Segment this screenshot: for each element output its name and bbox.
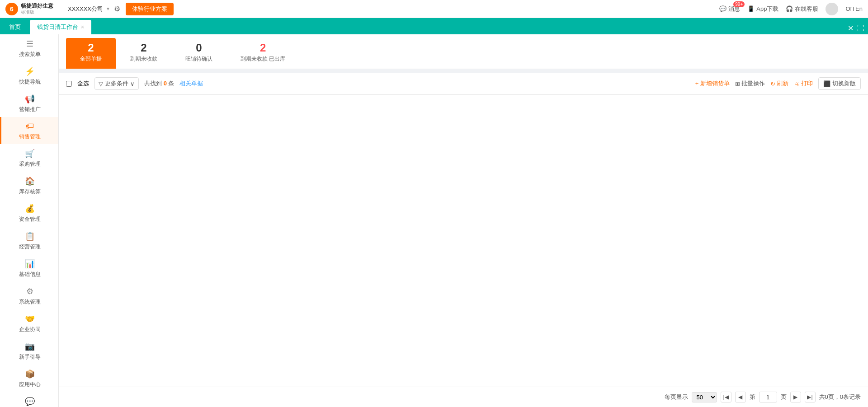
sidebar-item-app-center[interactable]: 📦 应用中心	[0, 365, 58, 392]
message-action[interactable]: 💬 消息 99+	[719, 5, 740, 13]
stat-tab-wangpu[interactable]: 0 旺铺待确认	[172, 38, 226, 69]
sidebar-item-marketing[interactable]: 📢 营销推广	[0, 89, 58, 117]
batch-icon: ⊞	[735, 80, 740, 87]
stat-tab-overdue[interactable]: 2 到期未收款	[117, 38, 171, 69]
next-page-button[interactable]: ▶	[790, 392, 801, 402]
sidebar-item-sales[interactable]: 🏷 销售管理	[0, 117, 58, 144]
tab-home[interactable]: 首页	[2, 20, 28, 34]
stat-tab-unshipped[interactable]: 2 到期未收款 已出库	[227, 38, 299, 69]
window-close-icon[interactable]: ✕	[848, 24, 854, 33]
new-sales-order-button[interactable]: + 新增销货单	[695, 80, 730, 88]
stat-num-wangpu: 0	[196, 42, 202, 54]
select-all-label: 全选	[77, 80, 89, 88]
nav-tabs: 首页 钱货日清工作台 × ✕ ⛶	[0, 18, 868, 34]
headset-icon: 🎧	[786, 5, 793, 12]
filter-arrow-icon: ∨	[130, 80, 135, 87]
guide-icon: 📷	[25, 342, 35, 351]
company-selector[interactable]: XXXXXX公司 ▼	[68, 5, 110, 13]
operations-icon: 📋	[25, 231, 35, 241]
filter-label: 更多条件	[105, 80, 128, 88]
stat-num-all: 2	[88, 42, 94, 54]
trial-button[interactable]: 体验行业方案	[126, 3, 174, 15]
app-download-action[interactable]: 📱 App下载	[747, 5, 778, 13]
tab-close-icon[interactable]: ×	[81, 24, 84, 30]
print-icon: 🖨	[794, 80, 800, 87]
stat-tab-all[interactable]: 2 全部单据	[66, 38, 116, 69]
sidebar-item-basic-info[interactable]: 📊 基础信息	[0, 254, 58, 282]
system-icon: ⚙	[26, 286, 33, 296]
logo-area: 6 畅捷通好生意 标准版	[5, 3, 64, 15]
sidebar-item-guide[interactable]: 📷 新手引导	[0, 337, 58, 365]
related-records-link[interactable]: 相关单据	[179, 80, 203, 88]
company-name: XXXXXX公司	[68, 5, 103, 13]
quick-nav-icon: ⚡	[25, 66, 35, 76]
logo-icon: 6	[5, 3, 18, 15]
stats-tabs: 2 全部单据 2 到期未收款 0 旺铺待确认 2 到期未收款 已出库	[59, 34, 868, 69]
total-info: 共0页，0条记录	[819, 393, 861, 401]
tab-active[interactable]: 钱货日清工作台 ×	[30, 20, 91, 34]
filter-button[interactable]: ▽ 更多条件 ∨	[94, 77, 139, 90]
page-unit: 页	[781, 393, 787, 401]
chevron-down-icon: ▼	[106, 6, 110, 11]
sidebar-item-wechat[interactable]: 💬 企业微信	[0, 392, 58, 407]
found-count: 0	[164, 80, 167, 87]
select-all-checkbox[interactable]	[66, 81, 72, 87]
stat-num-unshipped: 2	[260, 42, 266, 54]
app-download-label: App下载	[756, 5, 778, 13]
purchase-icon: 🛒	[25, 149, 35, 159]
stat-label-wangpu: 旺铺待确认	[185, 55, 212, 63]
nav-right-actions: ✕ ⛶	[848, 24, 868, 34]
header-right: 💬 消息 99+ 📱 App下载 🎧 在线客服 OfTEn	[719, 3, 863, 15]
page-number-input[interactable]	[759, 392, 777, 402]
switch-version-button[interactable]: ⬛ 切换新版	[818, 77, 861, 90]
sidebar-item-cooperation[interactable]: 🤝 企业协同	[0, 309, 58, 337]
basic-info-icon: 📊	[25, 259, 35, 269]
stat-label-overdue: 到期未收款	[130, 55, 157, 63]
app-name: 畅捷通好生意	[21, 3, 53, 9]
switch-icon: ⬛	[823, 80, 830, 87]
sidebar-item-operations[interactable]: 📋 经营管理	[0, 227, 58, 254]
sidebar-item-purchase[interactable]: 🛒 采购管理	[0, 144, 58, 172]
sidebar-item-quick-nav[interactable]: ⚡ 快捷导航	[0, 62, 58, 89]
prev-page-button[interactable]: ◀	[735, 392, 746, 402]
avatar[interactable]	[826, 3, 838, 15]
batch-operation-button[interactable]: ⊞ 批量操作	[735, 80, 765, 88]
filter-icon: ▽	[99, 80, 103, 87]
refresh-button[interactable]: ↻ 刷新	[770, 80, 788, 88]
sidebar-item-inventory[interactable]: 🏠 库存核算	[0, 172, 58, 199]
app-download-icon: 📱	[747, 5, 755, 12]
found-text: 共找到 0 条	[144, 80, 174, 88]
last-page-button[interactable]: ▶|	[805, 392, 816, 402]
stat-label-unshipped: 到期未收款 已出库	[241, 55, 285, 63]
sidebar-item-system[interactable]: ⚙ 系统管理	[0, 282, 58, 309]
table-area	[59, 95, 868, 387]
logo-text: 畅捷通好生意 标准版	[21, 3, 53, 14]
print-button[interactable]: 🖨 打印	[794, 80, 813, 88]
top-header: 6 畅捷通好生意 标准版 XXXXXX公司 ▼ ⚙ 体验行业方案 💬 消息 99…	[0, 0, 868, 18]
finance-icon: 💰	[25, 204, 35, 214]
app-sub: 标准版	[21, 9, 53, 15]
online-service-action[interactable]: 🎧 在线客服	[786, 5, 818, 13]
pagination-footer: 每页显示 50 10 20 100 |◀ ◀ 第 页 ▶ ▶| 共0页，0条记录	[59, 387, 868, 407]
sales-icon: 🏷	[26, 122, 34, 131]
sidebar-item-search[interactable]: ☰ 搜索菜单	[0, 34, 58, 62]
content-area: 2 全部单据 2 到期未收款 0 旺铺待确认 2 到期未收款 已出库 全选 ▽ …	[59, 34, 868, 407]
per-page-select[interactable]: 50 10 20 100	[692, 392, 717, 402]
cooperation-icon: 🤝	[25, 314, 35, 324]
first-page-button[interactable]: |◀	[721, 392, 731, 402]
message-badge: 99+	[733, 1, 745, 7]
window-maximize-icon[interactable]: ⛶	[857, 24, 864, 33]
sidebar: ☰ 搜索菜单 ⚡ 快捷导航 📢 营销推广 🏷 销售管理 🛒 采购管理 🏠 库存核…	[0, 34, 59, 407]
sidebar-item-finance[interactable]: 💰 资金管理	[0, 199, 58, 227]
toolbar-right: + 新增销货单 ⊞ 批量操作 ↻ 刷新 🖨 打印 ⬛ 切换新版	[695, 77, 861, 90]
stat-num-overdue: 2	[141, 42, 146, 54]
refresh-icon: ↻	[770, 80, 775, 87]
user-name: OfTEn	[845, 5, 863, 12]
stat-label-all: 全部单据	[80, 55, 102, 63]
online-service-label: 在线客服	[795, 5, 818, 13]
marketing-icon: 📢	[25, 94, 35, 104]
per-page-label: 每页显示	[665, 393, 688, 401]
settings-icon[interactable]: ⚙	[114, 5, 120, 13]
main-layout: ☰ 搜索菜单 ⚡ 快捷导航 📢 营销推广 🏷 销售管理 🛒 采购管理 🏠 库存核…	[0, 34, 868, 407]
message-icon: 💬	[719, 5, 726, 12]
